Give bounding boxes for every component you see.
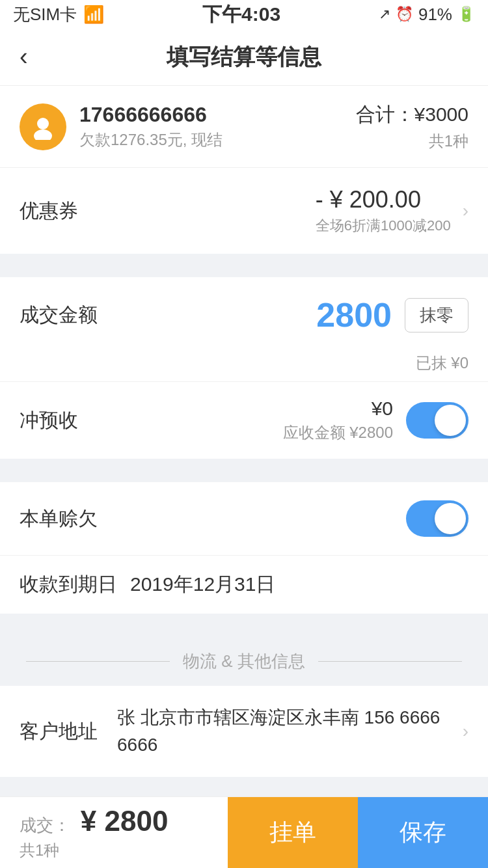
prepay-row: 冲预收 ¥0 应收金额 ¥2800 (0, 381, 488, 459)
prepay-right: ¥0 应收金额 ¥2800 (283, 398, 468, 443)
deal-label: 成交金额 (20, 302, 98, 329)
divider-label: 物流 & 其他信息 (183, 650, 305, 673)
customer-phone: 17666666666 (79, 103, 223, 127)
toggle-thumb (435, 405, 466, 436)
total-count: 共1种 (356, 131, 468, 152)
status-time: 下午4:03 (202, 1, 280, 28)
bottom-actions: 挂单 保存 (228, 797, 488, 868)
deal-amount-area: 2800 抹零 (316, 295, 468, 334)
page-title: 填写结算等信息 (167, 42, 321, 72)
status-left: 无SIM卡 📶 (13, 3, 104, 26)
round-zero-button[interactable]: 抹零 (405, 298, 468, 332)
prepay-label: 冲预收 (20, 407, 78, 434)
debt-label: 本单赊欠 (20, 506, 98, 532)
prepay-sub: 应收金额 ¥2800 (283, 422, 393, 443)
bottom-deal-amount: ¥ 2800 (81, 805, 169, 837)
address-row[interactable]: 客户地址 张 北京市市辖区海淀区永丰南 156 6666 6666 › (0, 686, 488, 777)
bottom-bar: 成交： ¥ 2800 共1种 挂单 保存 (0, 796, 488, 868)
address-chevron-icon: › (463, 721, 468, 742)
battery-label: 91% (418, 5, 452, 25)
coupon-discount: - ¥ 200.00 (316, 186, 451, 213)
status-right: ↗ ⏰ 91% 🔋 (379, 5, 475, 25)
logistics-divider: 物流 & 其他信息 (0, 637, 488, 686)
deal-amount: 2800 (316, 295, 392, 334)
prepay-toggle[interactable] (406, 402, 468, 439)
back-button[interactable]: ‹ (20, 43, 28, 71)
svg-point-1 (34, 129, 52, 140)
separator-1 (0, 264, 488, 277)
avatar-icon (30, 114, 56, 140)
deal-section: 成交金额 2800 抹零 已抹 ¥0 冲预收 ¥0 应收金额 ¥2800 (0, 277, 488, 459)
save-button[interactable]: 保存 (358, 797, 488, 868)
separator-2 (0, 469, 488, 482)
total-amount: 合计：¥3000 (356, 102, 468, 128)
coupon-desc: 全场6折满1000减200 (316, 216, 451, 236)
debt-toggle[interactable] (406, 500, 468, 537)
customer-card: 17666666666 欠款1276.35元, 现结 合计：¥3000 共1种 … (0, 86, 488, 254)
wifi-icon: 📶 (83, 5, 104, 25)
location-icon: ↗ (379, 6, 390, 23)
separator-3 (0, 624, 488, 637)
chevron-right-icon: › (463, 200, 468, 221)
duedate-value: 2019年12月31日 (130, 571, 275, 598)
nav-bar: ‹ 填写结算等信息 (0, 29, 488, 86)
divider-line-left (26, 661, 170, 662)
coupon-label: 优惠券 (20, 198, 78, 224)
customer-info: 17666666666 欠款1276.35元, 现结 (79, 103, 223, 150)
customer-sub-info: 欠款1276.35元, 现结 (79, 129, 223, 150)
bottom-summary: 成交： ¥ 2800 共1种 (0, 805, 228, 861)
prepay-amount: ¥0 (283, 398, 393, 420)
duedate-row: 收款到期日 2019年12月31日 (0, 555, 488, 614)
deal-sub: 已抹 ¥0 (0, 353, 488, 381)
customer-left: 17666666666 欠款1276.35元, 现结 (20, 103, 223, 150)
debt-row: 本单赊欠 (0, 482, 488, 555)
prepay-amount-block: ¥0 应收金额 ¥2800 (283, 398, 393, 443)
avatar (20, 103, 66, 150)
carrier-label: 无SIM卡 (13, 3, 77, 26)
duedate-label: 收款到期日 (20, 571, 117, 598)
address-label: 客户地址 (20, 718, 98, 745)
bottom-deal-label: 成交： (20, 815, 70, 835)
customer-row: 17666666666 欠款1276.35元, 现结 合计：¥3000 共1种 (0, 86, 488, 167)
alarm-icon: ⏰ (396, 6, 413, 23)
svg-point-0 (37, 118, 49, 129)
content-area: 17666666666 欠款1276.35元, 现结 合计：¥3000 共1种 … (0, 86, 488, 868)
address-value: 张 北京市市辖区海淀区永丰南 156 6666 6666 (117, 704, 457, 759)
coupon-row[interactable]: 优惠券 - ¥ 200.00 全场6折满1000减200 › (0, 167, 488, 254)
customer-right: 合计：¥3000 共1种 (356, 102, 468, 152)
divider-line-right (318, 661, 462, 662)
battery-icon: 🔋 (457, 6, 475, 23)
debt-toggle-thumb (435, 503, 466, 534)
status-bar: 无SIM卡 📶 下午4:03 ↗ ⏰ 91% 🔋 (0, 0, 488, 29)
bottom-count: 共1种 (20, 840, 208, 861)
debt-section: 本单赊欠 收款到期日 2019年12月31日 (0, 482, 488, 614)
deal-amount-row: 成交金额 2800 抹零 (0, 277, 488, 353)
hang-order-button[interactable]: 挂单 (228, 797, 358, 868)
coupon-right: - ¥ 200.00 全场6折满1000减200 › (316, 186, 468, 236)
bottom-deal-row: 成交： ¥ 2800 (20, 805, 208, 837)
